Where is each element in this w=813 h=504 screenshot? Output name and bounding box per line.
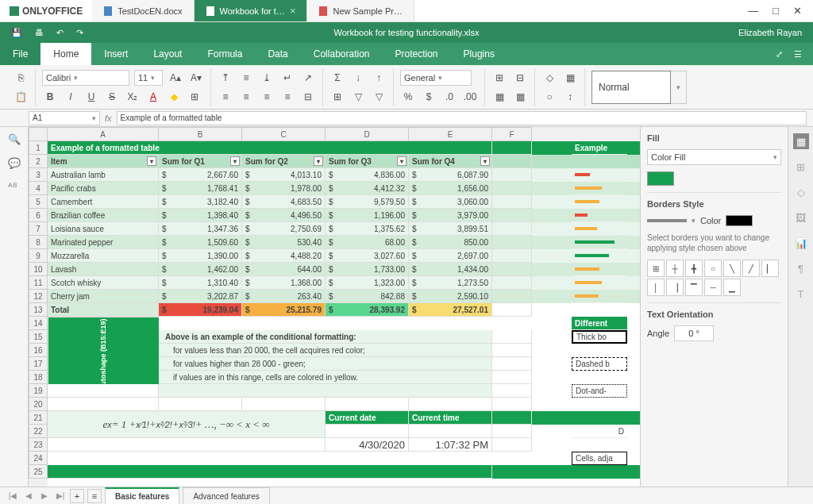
- cell[interactable]: $9,579.50: [326, 195, 409, 209]
- cell[interactable]: $3,060.00: [409, 195, 492, 209]
- row-header[interactable]: 14: [29, 317, 48, 330]
- cell[interactable]: $1,768.41: [159, 182, 242, 195]
- text-settings-icon[interactable]: T: [793, 286, 809, 302]
- cell[interactable]: Total: [48, 303, 159, 317]
- filter-arrow-icon[interactable]: ▾: [314, 156, 323, 166]
- cell[interactable]: $1,390.00: [159, 249, 242, 263]
- clear-icon[interactable]: ◇: [541, 70, 557, 86]
- cell[interactable]: $530.40: [242, 236, 326, 249]
- row-header[interactable]: 15: [29, 330, 48, 344]
- menu-layout[interactable]: Layout: [141, 43, 195, 65]
- merge-icon[interactable]: ⊟: [300, 89, 316, 105]
- cell[interactable]: $1,323.00: [326, 276, 409, 290]
- cell[interactable]: [492, 371, 532, 384]
- cell[interactable]: Pacific crabs: [48, 182, 159, 195]
- cell[interactable]: [159, 384, 492, 398]
- sheet-nav-prev[interactable]: ◀: [22, 491, 35, 500]
- row-header[interactable]: 10: [29, 263, 48, 276]
- cell-style-select[interactable]: Normal: [591, 71, 671, 104]
- shape-settings-icon[interactable]: ◇: [793, 184, 809, 200]
- chart-settings-icon[interactable]: 📊: [793, 235, 809, 251]
- menu-protection[interactable]: Protection: [383, 43, 451, 65]
- col-header-c[interactable]: C: [242, 127, 326, 141]
- decrease-decimal-icon[interactable]: .0: [441, 89, 457, 105]
- cell[interactable]: Loisiana sauce: [48, 222, 159, 236]
- fill-color-button[interactable]: ◆: [166, 89, 182, 105]
- cell[interactable]: Sum for Q2▾: [242, 155, 326, 168]
- cell[interactable]: [409, 398, 492, 411]
- format-table-icon[interactable]: ▦: [491, 89, 507, 105]
- cell[interactable]: for values less than 20 000, the cell ac…: [159, 344, 492, 357]
- row-header[interactable]: 9: [29, 249, 48, 263]
- font-select[interactable]: Calibri▾: [42, 70, 129, 86]
- add-sheet-button[interactable]: +: [70, 489, 84, 503]
- font-size-select[interactable]: 11▾: [134, 70, 163, 86]
- cell[interactable]: [492, 276, 532, 290]
- cell[interactable]: [492, 141, 532, 155]
- row-header[interactable]: 12: [29, 290, 48, 303]
- border-inner[interactable]: ┼: [666, 260, 684, 277]
- row-header[interactable]: 6: [29, 209, 48, 222]
- cell[interactable]: [492, 236, 532, 249]
- row-header[interactable]: 13: [29, 303, 48, 317]
- cell[interactable]: [326, 425, 409, 438]
- cell[interactable]: Current date: [326, 411, 409, 425]
- close-icon[interactable]: ×: [290, 5, 296, 17]
- col-header-f[interactable]: F: [492, 127, 532, 141]
- cell[interactable]: [48, 465, 492, 479]
- undo-icon[interactable]: ↶: [56, 28, 64, 38]
- row-header[interactable]: 18: [29, 371, 48, 384]
- menu-formula[interactable]: Formula: [195, 43, 255, 65]
- cell[interactable]: $3,027.60: [326, 249, 409, 263]
- border-bottom[interactable]: ▁: [723, 279, 741, 296]
- border-diag1[interactable]: ╲: [723, 260, 741, 277]
- name-box[interactable]: A1▾: [29, 111, 100, 125]
- cell[interactable]: Sum for Q3▾: [326, 155, 409, 168]
- cell[interactable]: $842.88: [326, 290, 409, 303]
- align-justify-icon[interactable]: ≡: [279, 89, 295, 105]
- sum-icon[interactable]: Σ: [329, 70, 345, 86]
- tab-presentation[interactable]: New Sample Pr…: [307, 0, 414, 21]
- cell[interactable]: 1:07:32 PM: [409, 438, 492, 452]
- cell[interactable]: $1,310.40: [159, 276, 242, 290]
- cell[interactable]: [48, 398, 159, 411]
- cell[interactable]: $6,087.90: [409, 168, 492, 182]
- spellcheck-icon[interactable]: ᴬᴮ: [8, 181, 21, 194]
- tab-document[interactable]: TestDocEN.docx: [92, 0, 194, 21]
- cell[interactable]: $4,683.50: [242, 195, 326, 209]
- align-bottom-icon[interactable]: ⤓: [259, 70, 275, 86]
- cell[interactable]: $2,697.00: [409, 249, 492, 263]
- row-header[interactable]: 5: [29, 195, 48, 209]
- align-left-icon[interactable]: ≡: [218, 89, 233, 105]
- cell[interactable]: for values higher than 28 000 - green;: [159, 357, 492, 371]
- image-settings-icon[interactable]: 🖼: [793, 210, 809, 225]
- cell[interactable]: $3,979.00: [409, 209, 492, 222]
- cell[interactable]: [492, 182, 532, 195]
- align-center-icon[interactable]: ≡: [238, 89, 254, 105]
- border-outer[interactable]: ⊞: [647, 260, 665, 277]
- percent-icon[interactable]: %: [400, 89, 416, 105]
- open-location-icon[interactable]: ⤢: [776, 49, 783, 60]
- row-header[interactable]: 7: [29, 222, 48, 236]
- menu-data[interactable]: Data: [255, 43, 300, 65]
- align-right-icon[interactable]: ≡: [259, 89, 275, 105]
- cell[interactable]: Brazilian coffee: [48, 209, 159, 222]
- close-button[interactable]: ✕: [793, 5, 802, 17]
- cell[interactable]: [492, 344, 532, 357]
- sheet-tab-advanced[interactable]: Advanced features: [183, 487, 269, 505]
- cell[interactable]: [492, 384, 532, 398]
- cell[interactable]: [409, 425, 492, 438]
- copy-icon[interactable]: ⎘: [13, 70, 29, 86]
- clear-filter-icon[interactable]: ▽: [371, 89, 387, 105]
- cell[interactable]: Above is an example of the conditional f…: [159, 330, 492, 344]
- cell[interactable]: $4,496.50: [242, 209, 326, 222]
- cell[interactable]: $1,375.62: [326, 222, 409, 236]
- cell[interactable]: [48, 438, 326, 452]
- cell[interactable]: $68.00: [326, 236, 409, 249]
- cell[interactable]: [48, 384, 159, 398]
- cell[interactable]: Sum for Q1▾: [159, 155, 242, 168]
- cell[interactable]: $1,656.00: [409, 182, 492, 195]
- cell[interactable]: [492, 249, 532, 263]
- cell[interactable]: 4/30/2020: [326, 438, 409, 452]
- cell[interactable]: [242, 398, 326, 411]
